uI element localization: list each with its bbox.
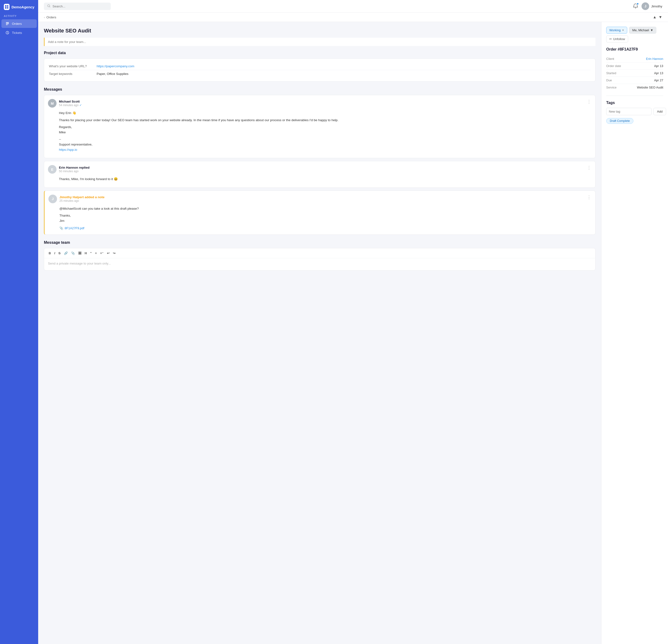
msg-line-4: --Support representative,https://spp.io xyxy=(59,137,591,152)
order-detail-label-service: Service xyxy=(606,86,617,89)
left-column: Website SEO Audit Project data What's yo… xyxy=(38,22,601,644)
toolbar-quote[interactable]: " xyxy=(89,251,93,256)
toolbar-strikethrough[interactable]: S xyxy=(57,251,62,256)
sidebar-item-tickets-label: Tickets xyxy=(12,31,22,35)
status-button[interactable]: Working ▼ xyxy=(606,27,627,34)
msg-menu-1[interactable]: ⋮ xyxy=(587,99,591,104)
msg-menu-3[interactable]: ⋮ xyxy=(587,195,591,200)
breadcrumb-bar: ‹ Orders ▲ ▼ xyxy=(38,13,668,22)
notification-badge xyxy=(637,3,639,5)
order-detail-row-due: Due Apr 27 xyxy=(606,77,663,84)
search-bar[interactable] xyxy=(44,3,111,10)
order-title: Website SEO Audit xyxy=(44,28,595,34)
client-link[interactable]: Erin Hannon xyxy=(646,57,663,61)
team-note-input[interactable] xyxy=(44,38,595,46)
msg-meta-3: Jimothy Halpert added a note 25 minutes … xyxy=(59,195,105,202)
msg-menu-2[interactable]: ⋮ xyxy=(587,165,591,170)
user-avatar[interactable]: J Jimothy xyxy=(641,2,662,10)
message-card-2: E Erin Hannon replied 50 minutes ago ⋮ T… xyxy=(44,161,595,188)
svg-rect-4 xyxy=(6,22,9,23)
msg-name-1: Michael Scott xyxy=(59,100,82,103)
logo-icon xyxy=(4,4,10,10)
toolbar-ordered-list[interactable]: ≡⁻ xyxy=(99,251,105,256)
sidebar-item-orders-label: Orders xyxy=(12,22,22,26)
order-detail-label-started: Started xyxy=(606,71,616,75)
svg-rect-6 xyxy=(6,25,7,25)
toolbar-redo[interactable]: ↪ xyxy=(112,251,117,256)
toolbar-link[interactable]: 🔗 xyxy=(63,251,69,256)
msg-avatar-erin: E xyxy=(48,165,57,174)
msg-attachment[interactable]: 📎 8F1A27F9.pdf xyxy=(59,226,591,231)
sidebar-item-orders[interactable]: Orders xyxy=(1,19,37,28)
msg-line-jim-1: @MichaelScott can you take a look at thi… xyxy=(59,206,591,211)
unfollow-label: Unfollow xyxy=(613,37,625,41)
svg-rect-0 xyxy=(5,5,6,7)
msg-avatar-michael: M xyxy=(48,99,57,108)
svg-rect-2 xyxy=(5,7,6,9)
msg-time-3: 25 minutes ago xyxy=(59,199,105,202)
toolbar-undo[interactable]: ↩ xyxy=(106,251,111,256)
unfollow-button[interactable]: ✂ Unfollow xyxy=(606,35,628,43)
assignee-label: Me, Michael xyxy=(632,28,649,32)
avatar-circle: J xyxy=(641,2,649,10)
toolbar-heading[interactable]: H xyxy=(84,251,88,256)
msg-time-2: 50 minutes ago xyxy=(59,170,89,173)
sidebar-item-tickets[interactable]: Tickets xyxy=(1,28,37,37)
tags-input-row: Add xyxy=(606,108,663,115)
collapse-up-button[interactable]: ▲ xyxy=(653,15,656,19)
message-header-2: E Erin Hannon replied 50 minutes ago ⋮ xyxy=(48,165,591,174)
project-data-title: Project data xyxy=(44,51,595,55)
breadcrumb[interactable]: ‹ Orders xyxy=(44,16,56,19)
collapse-down-button[interactable]: ▼ xyxy=(658,15,662,19)
order-detail-row-client: Client Erin Hannon xyxy=(606,55,663,62)
editor-placeholder[interactable]: Send a private message to your team only… xyxy=(44,258,595,270)
msg-line-jim-2: Thanks,Jim xyxy=(59,213,591,223)
order-detail-value-due: Apr 27 xyxy=(654,78,663,82)
status-label: Working xyxy=(609,28,621,32)
toolbar-italic[interactable]: I xyxy=(53,251,56,256)
notification-bell[interactable] xyxy=(633,3,638,9)
sidebar: DemoAgency ACTIVITY Orders Tickets xyxy=(0,0,38,644)
order-detail-row-service: Service Website SEO Audit xyxy=(606,84,663,91)
app-logo: DemoAgency xyxy=(0,4,38,15)
tags-title: Tags xyxy=(606,101,663,105)
sidebar-section-label: ACTIVITY xyxy=(0,15,38,19)
tag-input[interactable] xyxy=(606,108,652,115)
tag-add-button[interactable]: Add xyxy=(653,108,666,115)
message-header-1: M Michael Scott 54 minutes ago ✓ ⋮ xyxy=(48,99,591,108)
search-input[interactable] xyxy=(52,4,105,8)
user-name: Jimothy xyxy=(651,4,662,8)
message-author-row-2: E Erin Hannon replied 50 minutes ago xyxy=(48,165,89,174)
msg-time-1: 54 minutes ago ✓ xyxy=(59,104,82,107)
message-author-row-3: J Jimothy Halpert added a note 25 minute… xyxy=(48,195,105,203)
order-detail-value-date: Apr 13 xyxy=(654,64,663,68)
toolbar-image[interactable]: 🖼 xyxy=(77,251,82,256)
assignee-button[interactable]: Me, Michael ▼ xyxy=(629,27,656,34)
editor-toolbar: B I S 🔗 📎 🖼 H " ≡ ≡⁻ ↩ ↪ xyxy=(44,248,595,258)
toolbar-bold[interactable]: B xyxy=(47,251,52,256)
orders-icon xyxy=(5,21,10,26)
order-detail-label-due: Due xyxy=(606,78,612,82)
spp-link[interactable]: https://spp.io xyxy=(59,148,77,151)
project-data-label-keywords: Target keywords xyxy=(49,72,97,76)
toolbar-bullet-list[interactable]: ≡ xyxy=(94,251,98,256)
msg-line-3: Regards,Mike xyxy=(59,124,591,135)
two-col-layout: Website SEO Audit Project data What's yo… xyxy=(38,22,668,644)
main-content: J Jimothy ‹ Orders ▲ ▼ Website SEO Audit… xyxy=(38,0,668,644)
msg-avatar-jimothy: J xyxy=(48,195,57,203)
toolbar-attachment[interactable]: 📎 xyxy=(70,251,76,256)
svg-rect-3 xyxy=(7,7,8,9)
assignee-chevron-icon: ▼ xyxy=(650,28,653,32)
message-team-box: B I S 🔗 📎 🖼 H " ≡ ≡⁻ ↩ ↪ Send a private … xyxy=(44,248,595,271)
msg-body-3: @MichaelScott can you take a look at thi… xyxy=(59,206,591,231)
website-url-link[interactable]: https://papercompany.com xyxy=(97,64,134,68)
tags-section: Tags Add Draft Complete xyxy=(606,101,663,124)
order-detail-row-date: Order date Apr 13 xyxy=(606,62,663,70)
order-details: Client Erin Hannon Order date Apr 13 Sta… xyxy=(606,55,663,91)
right-column: Working ▼ Me, Michael ▼ ✂ Unfollow Order… xyxy=(601,22,668,644)
order-number: Order #8F1A27F9 xyxy=(606,47,663,51)
attachment-icon: 📎 xyxy=(59,226,63,231)
breadcrumb-chevron-left: ‹ xyxy=(44,16,45,19)
tag-badge-draft-complete[interactable]: Draft Complete xyxy=(606,118,633,124)
messages-section: Messages M Michael Scott 54 minutes ago … xyxy=(44,87,595,235)
